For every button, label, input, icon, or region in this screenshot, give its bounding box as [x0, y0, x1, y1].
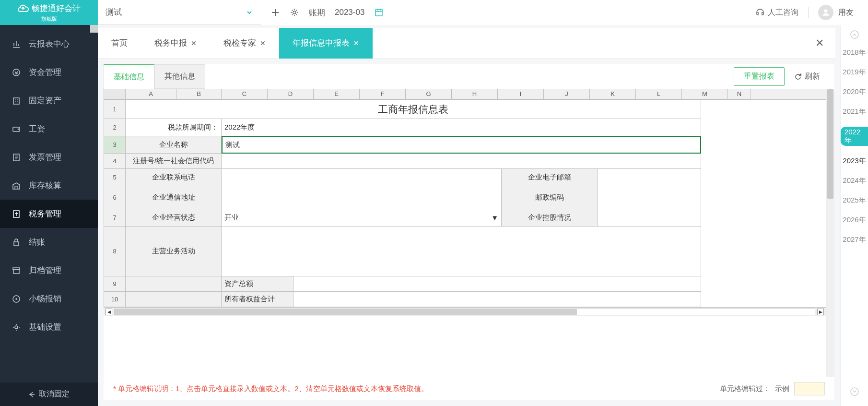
year-item[interactable]: 2023年: [843, 156, 866, 166]
calendar-icon[interactable]: [374, 8, 384, 17]
col-header[interactable]: I: [498, 89, 544, 99]
sidebar-item-invoice[interactable]: 发票管理: [0, 143, 98, 171]
col-header[interactable]: M: [682, 89, 728, 99]
refresh-button[interactable]: 刷新: [794, 72, 820, 82]
cell-label[interactable]: 邮政编码: [502, 186, 598, 209]
vertical-scrollbar[interactable]: [826, 89, 834, 377]
sheet-grid[interactable]: A B C D E F G H I J K L M N: [104, 89, 826, 377]
cell[interactable]: [222, 154, 701, 169]
col-header[interactable]: L: [636, 89, 682, 99]
row-header[interactable]: 3: [104, 136, 126, 154]
scroll-left-icon[interactable]: ◀: [106, 309, 112, 315]
cell[interactable]: 2022年度: [222, 119, 701, 136]
col-header[interactable]: D: [268, 89, 314, 99]
tab-tax-expert[interactable]: 税检专家 ✕: [210, 28, 279, 59]
year-item[interactable]: 2019年: [843, 68, 866, 77]
scroll-thumb[interactable]: [827, 89, 833, 199]
row-header[interactable]: 10: [104, 292, 126, 307]
subtab-other-info[interactable]: 其他信息: [154, 64, 205, 89]
cell-label[interactable]: 注册号/统一社会信用代码: [126, 154, 222, 169]
cell[interactable]: [598, 209, 701, 227]
close-icon[interactable]: ✕: [353, 39, 359, 47]
year-item[interactable]: 2020年: [843, 87, 866, 96]
cell[interactable]: [126, 292, 222, 307]
cell[interactable]: [126, 276, 222, 292]
cell-title[interactable]: 工商年报信息表: [126, 100, 701, 119]
reset-button[interactable]: 重置报表: [734, 67, 785, 86]
tab-annual-report[interactable]: 年报信息申报表 ✕: [279, 28, 373, 59]
sidebar-unpin-button[interactable]: 取消固定: [0, 382, 98, 406]
year-item[interactable]: 2025年: [843, 196, 866, 205]
row-header[interactable]: 4: [104, 154, 126, 169]
year-item[interactable]: 2024年: [843, 176, 866, 185]
cell[interactable]: [222, 169, 502, 186]
cell[interactable]: 税款所属期间：: [126, 119, 222, 136]
close-icon[interactable]: ✕: [260, 39, 266, 47]
cell[interactable]: [222, 227, 701, 276]
close-icon[interactable]: ✕: [191, 39, 197, 47]
logo[interactable]: 畅捷通好会计 旗舰版: [0, 0, 98, 25]
col-header[interactable]: A: [126, 89, 176, 99]
sidebar-item-fixed-assets[interactable]: 固定资产: [0, 86, 98, 115]
account-selector[interactable]: 测试: [98, 0, 261, 25]
year-item[interactable]: 2021年: [843, 107, 866, 116]
cell-label[interactable]: 主营业务活动: [126, 227, 222, 276]
row-header[interactable]: 9: [104, 276, 126, 292]
sidebar-item-report-center[interactable]: 云报表中心: [0, 30, 98, 58]
cell-selected[interactable]: 测试: [222, 136, 701, 154]
cell[interactable]: [222, 186, 502, 209]
row-header[interactable]: 1: [104, 100, 126, 119]
select-all-corner[interactable]: [104, 89, 126, 99]
cell-label[interactable]: 企业名称: [126, 136, 222, 154]
cell[interactable]: [598, 169, 701, 186]
sidebar-item-closing[interactable]: 结账: [0, 228, 98, 256]
col-header[interactable]: C: [222, 89, 268, 99]
col-header[interactable]: J: [544, 89, 590, 99]
cell-label[interactable]: 企业联系电话: [126, 169, 222, 186]
cell-label[interactable]: 企业控股情况: [502, 209, 598, 227]
col-header[interactable]: K: [590, 89, 636, 99]
gear-icon[interactable]: [290, 8, 299, 17]
cell[interactable]: [598, 186, 701, 209]
col-header[interactable]: E: [314, 89, 360, 99]
cell[interactable]: [293, 276, 701, 292]
row-header[interactable]: 2: [104, 119, 126, 136]
col-header[interactable]: N: [728, 89, 751, 99]
consult-button[interactable]: 人工咨询: [755, 8, 798, 18]
sidebar-item-settings[interactable]: 基础设置: [0, 313, 98, 341]
sidebar-item-inventory[interactable]: 库存核算: [0, 171, 98, 200]
row-header[interactable]: 6: [104, 186, 126, 209]
row-header[interactable]: 7: [104, 209, 126, 227]
col-header[interactable]: H: [452, 89, 498, 99]
sidebar-item-fund[interactable]: 资金管理: [0, 58, 98, 86]
row-header[interactable]: 5: [104, 169, 126, 186]
scroll-track[interactable]: [114, 309, 815, 315]
sidebar-item-reimburse[interactable]: 小畅报销: [0, 285, 98, 313]
subtab-basic-info[interactable]: 基础信息: [104, 64, 154, 89]
year-item[interactable]: 2027年: [843, 235, 866, 244]
user-section[interactable]: 用友: [818, 5, 854, 20]
year-item[interactable]: 2026年: [843, 215, 866, 225]
horizontal-scrollbar[interactable]: ◀ ▶: [104, 307, 826, 316]
cell[interactable]: [293, 292, 701, 307]
year-item[interactable]: 2022年: [841, 127, 868, 146]
tab-tax-filing[interactable]: 税务申报 ✕: [141, 28, 210, 59]
year-item[interactable]: 2018年: [843, 48, 866, 57]
cell-dropdown[interactable]: 开业▼: [222, 209, 502, 227]
cell-label[interactable]: 所有者权益合计: [222, 292, 293, 307]
collapse-icon[interactable]: [850, 30, 859, 39]
sidebar-item-tax[interactable]: 税务管理: [0, 200, 98, 228]
cell-label[interactable]: 企业经营状态: [126, 209, 222, 227]
col-header[interactable]: F: [360, 89, 406, 99]
scroll-right-icon[interactable]: ▶: [817, 309, 824, 315]
close-all-tabs-icon[interactable]: ✕: [809, 37, 831, 49]
cell-label[interactable]: 企业通信地址: [126, 186, 222, 209]
tab-home[interactable]: 首页: [98, 28, 141, 59]
add-icon[interactable]: [270, 8, 280, 17]
scroll-thumb[interactable]: [115, 309, 577, 315]
sidebar-item-salary[interactable]: 工资: [0, 115, 98, 143]
cell-label[interactable]: 企业电子邮箱: [502, 169, 598, 186]
cell-label[interactable]: 资产总额: [222, 276, 293, 292]
col-header[interactable]: G: [406, 89, 452, 99]
sidebar-item-archive[interactable]: 归档管理: [0, 256, 98, 285]
